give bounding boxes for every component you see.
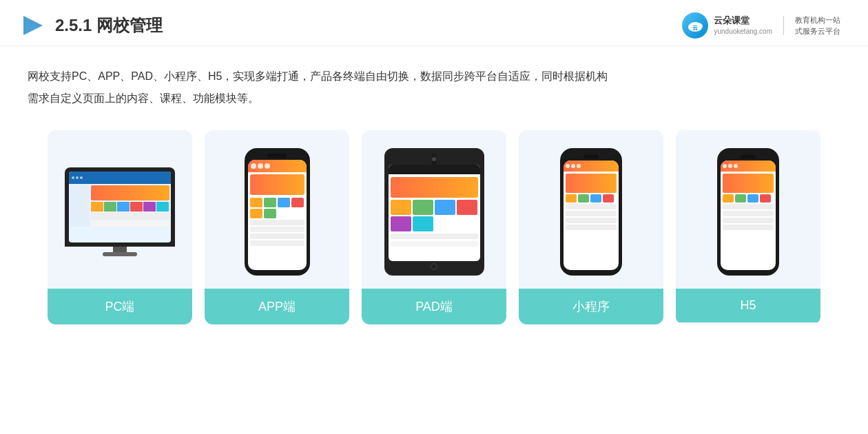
card-app-label: APP端 [205,289,349,324]
mp-list [566,204,617,230]
dot1 [72,176,74,179]
svg-text:云: 云 [692,25,698,31]
mpg1 [566,194,577,203]
mp-banner [566,174,617,193]
pg1 [250,198,262,207]
monitor-content [69,184,171,228]
tablet-home [431,263,437,270]
card-pad-image [362,130,506,289]
phone-top [248,160,307,172]
h5-top [721,161,776,172]
monitor-banner [91,185,169,200]
tc2 [413,200,433,215]
header-left: 2.5.1 网校管理 [21,13,163,38]
mp-screen [564,161,619,270]
h5d2 [728,164,732,168]
card-miniprogram: 小程序 [519,130,663,324]
phone-grid [250,198,304,218]
title-prefix: 2.5.1 [55,16,96,34]
tc3 [435,200,455,215]
svg-marker-0 [23,16,43,35]
h5l4 [723,225,774,230]
h5-phone [717,148,779,276]
mc5 [143,202,156,211]
mpg4 [603,194,614,203]
dot3 [80,176,83,179]
phone-notch [267,154,287,158]
pl3 [250,234,304,239]
monitor-row2 [91,213,169,220]
monitor-bar [69,172,171,184]
brand-url: yunduoketang.com [714,27,772,36]
pl4 [250,240,304,246]
h5l2 [723,211,774,216]
mp-notch-bar [564,155,619,158]
tablet-screen [389,165,480,261]
h5g2 [735,194,746,203]
tc1 [391,200,411,215]
mpg3 [590,194,601,203]
mc1 [91,202,103,211]
monitor-frame [65,167,175,247]
mp-notch [583,155,599,158]
mpd2 [571,164,575,168]
h5-screen [721,161,776,270]
tablet-dot [432,157,436,161]
h5l3 [723,218,774,223]
phone-screen [248,160,307,270]
tablet-content [389,174,480,249]
pg2 [264,198,276,207]
card-pad: PAD端 [362,130,506,324]
slogan-line1: 教育机构一站 [795,14,840,26]
card-mp-image [519,130,663,289]
mpd3 [577,164,581,168]
card-pc-label: PC端 [48,289,192,324]
mpl2 [566,211,617,216]
h5g4 [760,194,771,203]
pi2 [258,163,263,169]
title-main: 网校管理 [96,16,163,34]
phone-content [248,172,307,248]
card-mp-label: 小程序 [519,289,663,324]
h5d3 [734,164,738,168]
mp-phone [560,148,622,276]
tc4 [457,200,477,215]
page-title: 2.5.1 网校管理 [55,14,163,37]
card-pc: PC端 [48,130,192,324]
dot2 [76,176,79,179]
card-app: APP端 [205,130,349,324]
tc5 [391,216,411,231]
mpd1 [566,164,570,168]
card-h5-label: H5 [676,289,820,322]
monitor-stand [113,247,127,252]
pl2 [250,227,304,232]
monitor-base [103,252,137,256]
monitor-main [91,185,169,227]
monitor-sidebar [70,185,90,227]
monitor-row3 [91,221,169,227]
h5-notch-bar [721,155,776,158]
pg3 [278,198,290,207]
brand-name: 云朵课堂 [714,15,772,27]
monitor-cards [91,202,169,211]
desc-line1: 网校支持PC、APP、PAD、小程序、H5，实现多端打通，产品各终端自由切换，数… [28,65,840,87]
slogan-line2: 式服务云平台 [795,25,840,37]
tablet-banner [391,177,478,198]
h5-banner [723,174,774,193]
brand-slogan: 教育机构一站 式服务云平台 [795,14,840,37]
pi1 [251,163,256,169]
h5-content [721,172,776,232]
app-phone [245,148,310,276]
h5d1 [723,164,727,168]
tablet-top [389,165,480,174]
phone-banner [250,174,304,195]
mp-grid [566,194,617,203]
pg4 [291,198,304,207]
mp-top [564,161,619,172]
pi3 [265,163,270,169]
mpl3 [566,218,617,223]
tablet-topbar [432,154,436,165]
tl1 [391,234,478,239]
tl2 [391,241,478,247]
h5g1 [723,194,734,203]
